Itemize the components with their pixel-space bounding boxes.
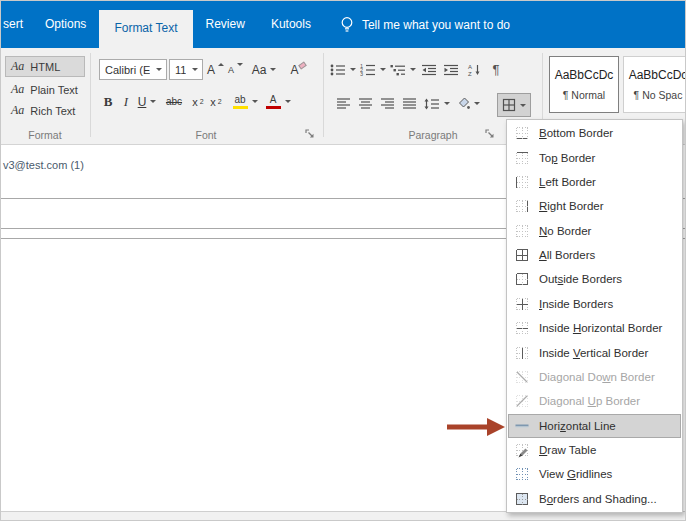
tab-format-text[interactable]: Format Text	[99, 10, 192, 48]
italic-glyph: I	[124, 94, 128, 110]
align-center-icon	[359, 98, 372, 109]
recipient-line: v3@test.com (1)	[3, 159, 84, 171]
shading-button[interactable]	[453, 93, 483, 114]
format-rich-text-button[interactable]: Aa Rich Text	[5, 100, 85, 121]
tab-options[interactable]: Options	[32, 1, 99, 48]
draw-table-icon	[511, 442, 533, 458]
format-plain-text-button[interactable]: Aa Plain Text	[5, 79, 85, 100]
menu-item-all-borders[interactable]: All Borders	[508, 243, 681, 267]
tab-kutools[interactable]: Kutools	[258, 1, 324, 48]
superscript-glyph: x	[210, 96, 216, 108]
font-group-label: Font	[91, 129, 321, 141]
menu-item-bottom-border[interactable]: Bottom Border	[508, 121, 681, 145]
menu-item-horizontal-line[interactable]: Horizontal Line	[508, 414, 681, 438]
no-border-icon	[511, 223, 533, 239]
subscript-number: 2	[200, 98, 204, 105]
numbering-button[interactable]: 1 2 3	[359, 59, 387, 80]
lightbulb-icon	[340, 16, 354, 33]
style-preview-text: AaBbCcDc	[555, 68, 614, 82]
superscript-button[interactable]: x2	[207, 91, 225, 112]
menu-item-inside-horizontal-border[interactable]: Inside Horizontal Border	[508, 316, 681, 340]
menu-item-view-gridlines[interactable]: View Gridlines	[508, 462, 681, 486]
menu-item-diagonal-up-border: Diagonal Up Border	[508, 389, 681, 413]
menu-item-no-border[interactable]: No Border	[508, 219, 681, 243]
diagonal-down-border-icon	[511, 369, 533, 385]
align-left-icon	[337, 98, 350, 109]
tab-review[interactable]: Review	[193, 1, 258, 48]
font-color-glyph: A	[270, 95, 277, 105]
menu-item-outside-borders[interactable]: Outside Borders	[508, 267, 681, 291]
chevron-down-icon	[350, 68, 356, 71]
group-separator	[90, 53, 91, 137]
font-dialog-launcher[interactable]	[305, 128, 318, 141]
change-case-glyph: Aa	[252, 63, 267, 77]
italic-button[interactable]: I	[119, 91, 133, 112]
pointer-arrow	[445, 416, 507, 438]
inside-borders-icon	[511, 296, 533, 312]
increase-indent-icon	[444, 64, 459, 76]
bold-glyph: B	[104, 94, 113, 110]
menu-item-borders-and-shading[interactable]: Borders and Shading...	[508, 487, 681, 511]
aa-format-icon: Aa	[11, 82, 24, 97]
menu-item-top-border[interactable]: Top Border	[508, 145, 681, 169]
paint-bucket-icon	[456, 97, 470, 110]
underline-button[interactable]: U	[135, 91, 159, 112]
multilevel-list-button[interactable]	[389, 59, 417, 80]
font-name-value: Calibri (E	[105, 64, 150, 76]
align-left-button[interactable]	[333, 93, 353, 114]
menu-item-label: Inside Vertical Border	[539, 347, 648, 359]
border-menu: Bottom BorderTop BorderLeft BorderRight …	[506, 119, 683, 513]
view-gridlines-icon	[511, 466, 533, 482]
menu-item-label: View Gridlines	[539, 468, 612, 480]
format-html-button[interactable]: Aa HTML	[5, 56, 85, 77]
subscript-button[interactable]: x2	[189, 91, 207, 112]
font-color-button[interactable]: A	[263, 91, 293, 112]
change-case-button[interactable]: Aa	[249, 59, 279, 80]
diagonal-up-border-icon	[511, 393, 533, 409]
font-size-combo[interactable]: 11	[169, 59, 203, 80]
justify-icon	[403, 98, 416, 109]
sort-button[interactable]: A Z	[463, 59, 485, 80]
style-normal[interactable]: AaBbCcDc ¶ Normal	[549, 56, 619, 113]
ribbon-tab-bar: sert Options Format Text Review Kutools …	[1, 1, 685, 48]
strikethrough-button[interactable]: abc	[161, 91, 187, 112]
format-plain-text-label: Plain Text	[30, 84, 78, 96]
shrink-font-glyph: A	[228, 65, 234, 75]
align-right-button[interactable]	[377, 93, 397, 114]
group-separator	[323, 53, 324, 137]
tab-insert[interactable]: sert	[1, 1, 32, 48]
paragraph-dialog-launcher[interactable]	[485, 128, 498, 141]
font-name-combo[interactable]: Calibri (E	[99, 59, 167, 80]
clear-formatting-button[interactable]: A	[285, 59, 311, 80]
chevron-down-icon	[520, 104, 526, 107]
chevron-down-icon	[156, 68, 162, 71]
menu-item-left-border[interactable]: Left Border	[508, 170, 681, 194]
show-paragraph-marks-button[interactable]: ¶	[487, 59, 505, 80]
tell-me-box[interactable]: Tell me what you want to do	[340, 1, 510, 48]
line-spacing-button[interactable]	[423, 93, 451, 114]
style-preview-text: AaBbCcDc	[629, 68, 686, 82]
left-border-icon	[511, 174, 533, 190]
borders-shading-icon	[511, 491, 533, 507]
decrease-indent-button[interactable]	[419, 59, 439, 80]
borders-button[interactable]	[497, 93, 531, 117]
increase-indent-button[interactable]	[441, 59, 461, 80]
menu-item-inside-borders[interactable]: Inside Borders	[508, 292, 681, 316]
bullets-button[interactable]	[329, 59, 357, 80]
menu-item-inside-vertical-border[interactable]: Inside Vertical Border	[508, 340, 681, 364]
grow-font-button[interactable]: A	[206, 59, 225, 80]
format-rich-text-label: Rich Text	[30, 105, 75, 117]
style-no-spacing[interactable]: AaBbCcDc ¶ No Spac	[623, 56, 686, 113]
text-highlight-color-button[interactable]: ab	[229, 91, 261, 112]
align-center-button[interactable]	[355, 93, 375, 114]
justify-button[interactable]	[399, 93, 419, 114]
chevron-down-icon	[380, 68, 386, 71]
menu-item-right-border[interactable]: Right Border	[508, 194, 681, 218]
menu-item-label: Right Border	[539, 200, 604, 212]
dialog-launcher-icon	[485, 129, 496, 140]
chevron-down-icon	[444, 102, 450, 105]
decrease-indent-icon	[422, 64, 437, 76]
bold-button[interactable]: B	[99, 91, 117, 112]
shrink-font-button[interactable]: A	[227, 59, 244, 80]
menu-item-draw-table[interactable]: Draw Table	[508, 438, 681, 462]
